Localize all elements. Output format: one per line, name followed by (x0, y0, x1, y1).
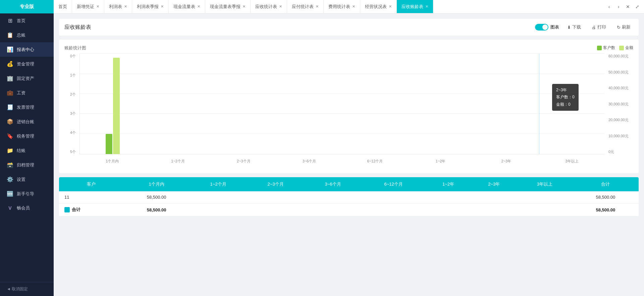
sidebar-item-funds[interactable]: 💰 资金管理 (0, 57, 54, 71)
col-total: 合计 (573, 177, 639, 191)
sidebar-item-reports[interactable]: 📊 报表中心 (0, 42, 54, 57)
tab-voucher-close[interactable]: ✕ (96, 4, 99, 9)
y-left-1: 1个 (70, 73, 76, 78)
chart-toggle[interactable] (535, 24, 548, 31)
tab-profit-label: 利润表 (109, 4, 122, 10)
x-label-y2: 1~2年 (408, 154, 474, 168)
download-label: 下载 (572, 24, 581, 30)
sidebar-label-salary: 工资 (17, 90, 25, 96)
tab-profit-quarter-close[interactable]: ✕ (161, 4, 164, 9)
y-left-5: 5个 (70, 149, 76, 154)
total-m2 (190, 203, 247, 216)
legend-color-green (597, 46, 602, 50)
sidebar-toggle-pin[interactable]: ◄ 取消固定 (0, 282, 54, 296)
sidebar-item-settings[interactable]: ⚙️ 设置 (0, 172, 54, 187)
x-label-m1: 1个月内 (79, 154, 145, 168)
bar-group-m1 (80, 54, 146, 154)
tab-maximize-button[interactable]: ⤢ (633, 3, 641, 11)
chart-toggle-label: 图表 (550, 24, 559, 30)
tax-icon: 🔖 (7, 133, 13, 139)
tab-home[interactable]: 首页 (54, 0, 72, 13)
tab-expense[interactable]: 费用统计表 ✕ (324, 0, 360, 13)
total-label-text: 合计 (72, 207, 80, 213)
sidebar-item-salary[interactable]: 💼 工资 (0, 86, 54, 100)
y-right-20k: 20,000.00元 (608, 117, 629, 122)
col-m2: 1~2个月 (190, 177, 247, 191)
bar-m1-amount (113, 58, 120, 154)
sidebar-item-archive[interactable]: 🗃️ 归档管理 (0, 158, 54, 172)
settings-icon: ⚙️ (7, 176, 13, 183)
tab-ar-aging[interactable]: 应收账龄表 ✕ (397, 0, 433, 13)
chart-x-axis: 1个月内 1~2个月 2~3个月 3~6个月 6~12个月 1~2年 2~3年 … (79, 154, 605, 168)
refresh-button[interactable]: ↻ 刷新 (614, 23, 633, 32)
tab-cashflow-close[interactable]: ✕ (197, 4, 200, 9)
sidebar-label-ledger: 总账 (17, 32, 25, 38)
sidebar-label-funds: 资金管理 (17, 61, 34, 67)
tab-operation-close[interactable]: ✕ (389, 4, 392, 9)
sidebar: 专业版 ⊞ 首页 📋 总账 📊 报表中心 💰 资金管理 🏢 固定资产 💼 工资 … (0, 0, 54, 296)
tab-ar-aging-label: 应收账龄表 (401, 4, 423, 10)
tab-prev-button[interactable]: ‹ (605, 3, 613, 11)
tab-voucher[interactable]: 新增凭证 ✕ (72, 0, 104, 13)
bar-group-m3 (211, 54, 277, 154)
download-button[interactable]: ⬇ 下载 (565, 23, 584, 32)
tab-profit[interactable]: 利润表 ✕ (104, 0, 132, 13)
bar-group-m12 (342, 54, 408, 154)
tab-cashflow-quarter[interactable]: 现金流量表季报 ✕ (205, 0, 251, 13)
sidebar-item-ledger[interactable]: 📋 总账 (0, 28, 54, 42)
tab-profit-close[interactable]: ✕ (124, 4, 127, 9)
tab-ar-aging-close[interactable]: ✕ (425, 4, 428, 9)
content-area: 应收账龄表 图表 ⬇ 下载 🖨 打印 ↻ 刷新 (54, 13, 644, 296)
col-y2: 1~2年 (425, 177, 471, 191)
chart-section: 账龄统计图 客户数 金额 5个 4个 3个 2个 1个 (59, 40, 639, 173)
ledger-icon: 📋 (7, 32, 13, 38)
x-label-y3: 2~3年 (474, 154, 539, 168)
bar-group-m6 (277, 54, 342, 154)
cell-total-0: 58,500.00 (573, 191, 639, 203)
sidebar-item-guide[interactable]: 🆕 新手引导 (0, 187, 54, 201)
sidebar-item-vip[interactable]: V 畅会员 (0, 201, 54, 215)
chart-title: 账龄统计图 (64, 45, 633, 51)
table-header-row: 客户 1个月内 1~2个月 2~3个月 3~6个月 6~12个月 1~2年 2~… (59, 177, 639, 191)
cell-y2-0 (425, 191, 471, 203)
tab-ar-stats-close[interactable]: ✕ (279, 4, 282, 9)
sidebar-item-closing[interactable]: 📁 结账 (0, 143, 54, 158)
y-right-10k: 10,000.00元 (608, 134, 629, 139)
sidebar-item-invoice[interactable]: 🧾 发票管理 (0, 100, 54, 114)
sidebar-item-tax[interactable]: 🔖 税务管理 (0, 129, 54, 143)
cell-y3plus-0 (517, 191, 573, 203)
y-right-60k: 60,000.00元 (608, 54, 629, 59)
tab-profit-quarter[interactable]: 利润表季报 ✕ (132, 0, 169, 13)
y-left-3: 3个 (70, 111, 76, 116)
print-button[interactable]: 🖨 打印 (589, 23, 609, 32)
print-icon: 🖨 (592, 25, 596, 30)
tab-home-label: 首页 (58, 4, 67, 10)
tab-cashflow-quarter-label: 现金流量表季报 (210, 4, 240, 10)
x-label-m6: 3~6个月 (276, 154, 342, 168)
tab-ap-stats-close[interactable]: ✕ (316, 4, 319, 9)
tab-operation[interactable]: 经营状况表 ✕ (360, 0, 397, 13)
cell-m12-0 (362, 191, 425, 203)
reports-icon: 📊 (7, 46, 13, 53)
tab-ap-stats-label: 应付统计表 (292, 4, 314, 10)
y-right-40k: 40,000.00元 (608, 86, 629, 91)
tab-close-all-button[interactable]: ✕ (624, 3, 632, 11)
tab-ar-stats[interactable]: 应收统计表 ✕ (251, 0, 287, 13)
sidebar-item-stock[interactable]: 📦 进销台账 (0, 114, 54, 129)
bar-group-m2 (146, 54, 211, 154)
chart-container: 5个 4个 3个 2个 1个 0个 0元 10,000.00元 20,000.0… (64, 54, 633, 168)
tab-expense-close[interactable]: ✕ (352, 4, 355, 9)
archive-icon: 🗃️ (7, 162, 13, 168)
tab-profit-quarter-label: 利润表季报 (137, 4, 159, 10)
tab-cashflow-quarter-close[interactable]: ✕ (243, 4, 246, 9)
chart-y-axis-right: 0元 10,000.00元 20,000.00元 30,000.00元 40,0… (606, 54, 633, 154)
sidebar-item-assets[interactable]: 🏢 固定资产 (0, 71, 54, 86)
y-left-2: 2个 (70, 92, 76, 97)
tab-cashflow[interactable]: 现金流量表 ✕ (169, 0, 205, 13)
table-section: 客户 1个月内 1~2个月 2~3个月 3~6个月 6~12个月 1~2年 2~… (59, 177, 639, 216)
sidebar-label-settings: 设置 (17, 177, 25, 183)
tab-ap-stats[interactable]: 应付统计表 ✕ (287, 0, 324, 13)
tab-next-button[interactable]: › (614, 3, 623, 11)
sidebar-item-home[interactable]: ⊞ 首页 (0, 13, 54, 28)
legend-color-lightgreen (619, 46, 624, 50)
